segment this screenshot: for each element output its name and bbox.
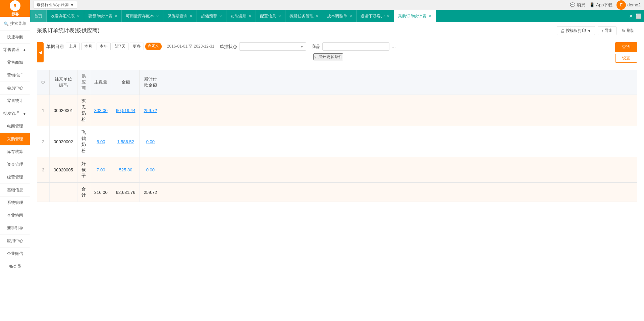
tab-close-available-inv[interactable]: ✕ (156, 14, 159, 18)
td-paid-2[interactable]: 0.00 (140, 126, 161, 157)
sidebar-item-quicknav[interactable]: 快捷导航 (0, 31, 30, 44)
workspace-selector[interactable]: 母婴行业演示账套 ▼ (34, 1, 77, 9)
sidebar-item-retail[interactable]: 零售管理 ▲ (0, 44, 30, 56)
refresh-button[interactable]: ↻ 刷新 (619, 26, 637, 35)
print-label: 按模板打印 (566, 28, 586, 34)
sidebar-item-marketing[interactable]: 营销推广 (0, 69, 30, 82)
top-nav-bar: 母婴行业演示账套 ▼ 💬 消息 📱 App下载 E demo2 (30, 0, 644, 10)
tab-pick-task[interactable]: 拣货任务管理 ✕ (285, 10, 323, 22)
td-amount-2[interactable]: 1,586.52 (112, 126, 140, 157)
sidebar-item-wholesale[interactable]: 批发管理 ▼ (0, 107, 30, 120)
td-amount-3[interactable]: 525.80 (112, 157, 140, 183)
td-paid-1[interactable]: 259.72 (140, 95, 161, 126)
cost-adj-label: 成本调整单 (327, 13, 347, 19)
chevron-down-icon2: ▼ (22, 111, 26, 116)
chevron-down-icon: ▲ (22, 48, 26, 52)
tab-available-inv[interactable]: 可用量库存账本 ✕ (122, 10, 163, 22)
sidebar-item-ecommerce[interactable]: 电商管理 (0, 120, 30, 133)
tab-close-purchase-stat[interactable]: ✕ (428, 14, 431, 18)
tab-receive-pay[interactable]: 收发存汇总表 ✕ (47, 10, 84, 22)
search-label: 搜索菜单 (10, 21, 26, 26)
tab-close-order-stat[interactable]: ✕ (114, 14, 117, 18)
message-action[interactable]: 💬 消息 (570, 2, 585, 8)
tab-config[interactable]: 配置信息 ✕ (256, 10, 285, 22)
sidebar-item-wechat[interactable]: 企业微信 (0, 248, 30, 260)
td-idx-1: 1 (37, 95, 50, 126)
tab-close-expiry-query[interactable]: ✕ (190, 14, 193, 18)
td-qty-3[interactable]: 7.00 (90, 157, 112, 183)
filter-goods-item: 商品 … (312, 42, 396, 51)
td-amount-1[interactable]: 60,519.44 (112, 95, 140, 126)
sidebar-item-retail-shop[interactable]: 零售商城 (0, 56, 30, 69)
tab-purchase-stat[interactable]: 采购订单统计表 ✕ (394, 10, 436, 22)
page-inner: 采购订单统计表(按供应商) 🖨 按模板打印 ▼ ↑ 导出 ↻ 刷新 (30, 22, 644, 321)
filter-expand-row: ◀ 单据日期 上月 本月 本年 近7天 更多 (37, 42, 637, 63)
app-download-action[interactable]: 📱 App下载 (589, 2, 612, 8)
settings-icon[interactable]: ⚙ (41, 79, 45, 85)
td-code-1: 00020001 (50, 95, 77, 126)
phone-icon: 📱 (589, 2, 595, 7)
tab-func-desc[interactable]: 功能说明 ✕ (226, 10, 256, 22)
tab-close-func-desc[interactable]: ✕ (249, 14, 252, 18)
td-idx-3: 3 (37, 157, 50, 183)
maximize-btn[interactable]: ⬜ (636, 13, 641, 19)
expand-panel-button[interactable]: ◀ (37, 42, 44, 62)
wholesale-label: 批发管理 (3, 111, 19, 116)
this-month-btn[interactable]: 本月 (81, 43, 95, 50)
sidebar-item-operations[interactable]: 经营管理 (0, 171, 30, 184)
tab-close-invite-downstream[interactable]: ✕ (387, 14, 390, 18)
td-qty-2[interactable]: 6.00 (90, 126, 112, 157)
tab-close-overstock[interactable]: ✕ (219, 14, 222, 18)
sidebar-item-finance[interactable]: 资金管理 (0, 158, 30, 171)
status-select[interactable] (239, 42, 306, 51)
tab-expiry-query[interactable]: 保质期查询 ✕ (163, 10, 197, 22)
this-year-btn[interactable]: 本年 (97, 43, 111, 50)
sidebar-item-basic[interactable]: 基础信息 (0, 184, 30, 197)
tab-close-pick-task[interactable]: ✕ (316, 14, 319, 18)
sidebar-item-purchase[interactable]: 采购管理 (0, 133, 30, 146)
td-qty-1[interactable]: 303.00 (90, 95, 112, 126)
table-row: 3 00020005 好孩子 7.00 525.80 0.00 (37, 157, 637, 183)
user-profile[interactable]: E demo2 (616, 0, 641, 10)
td-paid-3[interactable]: 0.00 (140, 157, 161, 183)
print-button[interactable]: 🖨 按模板打印 ▼ (557, 26, 595, 35)
sidebar-item-appcenter[interactable]: 应用中心 (0, 235, 30, 248)
sidebar-item-enterprise[interactable]: 企业协同 (0, 209, 30, 222)
tab-home[interactable]: 首页 (30, 10, 47, 22)
custom-date-tag: 自定义 (145, 43, 162, 50)
tab-overstock[interactable]: 超储预警 ✕ (197, 10, 226, 22)
message-label: 消息 (577, 2, 585, 8)
sidebar-item-vip[interactable]: 畅会员 (0, 260, 30, 273)
more-dates-btn[interactable]: 更多 (130, 43, 144, 50)
tab-close-receive-pay[interactable]: ✕ (77, 14, 80, 18)
last-7-days-btn[interactable]: 近7天 (112, 43, 128, 50)
last-month-btn[interactable]: 上月 (66, 43, 80, 50)
tab-close-cost-adj[interactable]: ✕ (349, 14, 352, 18)
table-header-row: ⚙ 往来单位编码 供应商 主数量 金额 累计付款金额 (37, 70, 637, 95)
pick-task-label: 拣货任务管理 (289, 13, 314, 19)
search-menu-button[interactable]: 🔍 搜索菜单 (2, 19, 28, 28)
page-title: 采购订单统计表(按供应商) (37, 27, 100, 34)
sidebar-item-newguide[interactable]: 新手引导 (0, 222, 30, 235)
tab-order-stat[interactable]: 要货单统计表 ✕ (84, 10, 122, 22)
query-button[interactable]: 查询 (615, 42, 637, 52)
th-settings: ⚙ (37, 70, 50, 95)
sidebar-item-system[interactable]: 系统管理 (0, 197, 30, 209)
settings-button[interactable]: 设置 (615, 54, 637, 63)
username-label: demo2 (627, 2, 641, 7)
goods-input[interactable] (322, 42, 389, 51)
tab-invite-downstream[interactable]: 邀请下游客户 ✕ (357, 10, 394, 22)
tab-close-config[interactable]: ✕ (278, 14, 281, 18)
func-desc-label: 功能说明 (230, 13, 247, 19)
sidebar-item-inventory[interactable]: 库存核算 (0, 146, 30, 158)
export-button[interactable]: ↑ 导出 (598, 26, 616, 35)
expand-more-button[interactable]: ∨ 展开更多条件 (313, 53, 343, 60)
goods-more-icon[interactable]: … (391, 44, 396, 49)
tab-cost-adj[interactable]: 成本调整单 ✕ (323, 10, 357, 22)
close-tab-btn[interactable]: ✕ (629, 13, 633, 19)
th-paid: 累计付款金额 (140, 70, 161, 95)
td-supplier-2: 飞鹤奶粉 (77, 126, 90, 157)
td-footer-qty: 316.00 (90, 182, 112, 202)
sidebar-item-member[interactable]: 会员中心 (0, 82, 30, 95)
sidebar-item-retail-stat[interactable]: 零售统计 (0, 95, 30, 107)
